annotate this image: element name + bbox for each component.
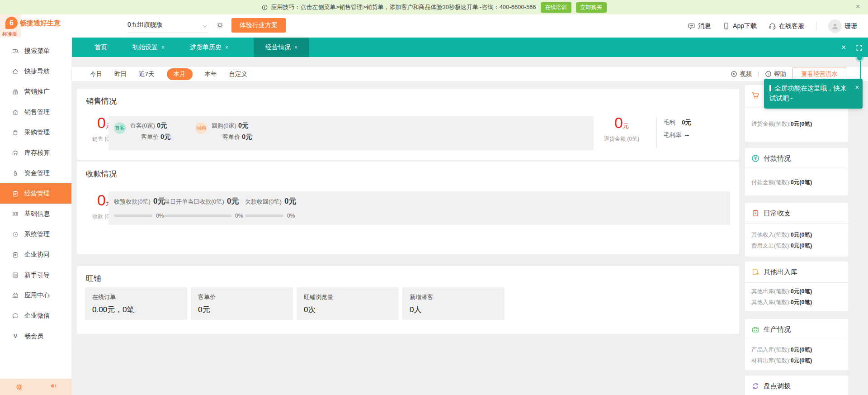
sidebar-item-collaboration[interactable]: 企业协同 — [0, 244, 71, 265]
help-icon: ? — [765, 71, 772, 77]
sidebar-item-quick-nav[interactable]: 快捷导航 — [0, 61, 71, 81]
tooltip-close-icon[interactable]: × — [855, 83, 859, 92]
tab-initial-setup[interactable]: 初始设置× — [132, 38, 165, 57]
app-header: 6 畅捷通好生意 标准版 0五组旗舰版 体验行业方案 消息 App下载 在线客服 — [0, 14, 868, 38]
sidebar-item-member[interactable]: V 畅会员 — [0, 326, 71, 346]
daily-income-expense-panel: ¥ 日常收支 其他收入(笔数):0元(0笔) 费用支出(笔数):0元(0笔) — [745, 203, 848, 257]
shop-pageviews-box: 旺铺浏览量0次 — [297, 287, 399, 320]
collection-card-title: 收款情况 — [86, 169, 117, 179]
filter-today[interactable]: 今日 — [90, 70, 102, 78]
payment-summary-panel: 付款情况 付款金额(笔数):0元(0笔) — [745, 148, 848, 195]
online-support-label: 在线客服 — [779, 22, 804, 30]
sidebar-item-search-menu[interactable]: 搜索菜单 — [0, 41, 71, 61]
search-icon — [12, 48, 19, 55]
headset-icon — [769, 22, 776, 30]
profit-block: 毛利0元 毛利率-- — [664, 119, 691, 139]
svg-text:¥: ¥ — [755, 212, 756, 215]
repurchase-lines: 回购(0家)0元 客单价0元 — [212, 121, 252, 141]
filter-this-year[interactable]: 本年 — [205, 70, 217, 78]
app-download-label: App下载 — [733, 22, 757, 30]
tipbar-close-icon[interactable]: × — [856, 3, 860, 11]
member-v-icon: V — [12, 333, 19, 339]
organization-select-value: 0五组旗舰版 — [127, 21, 163, 28]
guide-beacon-line — [860, 61, 861, 79]
shop-new-leads-box: 新增潜客0人 — [402, 287, 505, 320]
filter-last7days[interactable]: 近7天 — [139, 70, 155, 78]
first-customer-badge: 首客 — [114, 122, 126, 134]
close-all-tabs-icon[interactable]: × — [841, 43, 846, 51]
chevron-down-icon — [202, 22, 208, 29]
shopping-bag-icon — [12, 129, 19, 136]
gift-icon — [12, 88, 19, 95]
sidebar-item-purchase-mgmt[interactable]: 采购管理 — [0, 122, 71, 143]
right-summary-column: 进货金额(笔数):0元(0笔) 付款情况 付款金额(笔数):0元(0笔) ¥ 日… — [745, 85, 848, 395]
toolbar-divider — [758, 71, 759, 77]
messages-menu[interactable]: 消息 — [688, 22, 711, 30]
sidebar-item-beginner-guide[interactable]: 新 新手引导 — [0, 265, 71, 285]
doc-arrow-icon — [751, 268, 760, 276]
collapse-sidebar-icon[interactable] — [48, 382, 57, 391]
tab-close-icon[interactable]: × — [161, 44, 165, 51]
sidebar-item-sales-mgmt[interactable]: ¥ 销售管理 — [0, 102, 71, 122]
sidebar-item-marketing[interactable]: 营销推广 — [0, 81, 71, 102]
svg-text:新: 新 — [14, 273, 17, 276]
clipboard-icon — [12, 190, 19, 197]
filter-yesterday[interactable]: 昨日 — [114, 70, 127, 78]
filter-this-month[interactable]: 本月 — [167, 68, 193, 80]
tab-bar: 首页 初始设置× 进货单历史× 经营情况× × — [72, 38, 868, 57]
yen-circle-icon — [751, 154, 760, 162]
tab-close-icon[interactable]: × — [294, 44, 297, 51]
svg-text:?: ? — [767, 72, 769, 76]
sidebar-item-base-info[interactable]: 基础信息 — [0, 204, 71, 224]
refund-amount-stat: 0元 退货金额 (0笔) — [597, 114, 646, 143]
tab-purchase-history[interactable]: 进货单历史× — [190, 38, 228, 57]
shop-avg-order-box: 客单价0元 — [191, 287, 293, 320]
video-play-icon — [731, 71, 737, 77]
help-link[interactable]: ? 帮助 — [765, 70, 786, 78]
first-customer-group: 首客 — [114, 122, 126, 134]
industry-solution-button[interactable]: 体验行业方案 — [231, 18, 286, 33]
settings-gear-icon[interactable] — [15, 383, 23, 391]
production-panel: 生产情况 产品入库(笔数):0元(0笔) 材料出库(笔数):0元(0笔) — [745, 319, 848, 370]
tab-business-overview[interactable]: 经营情况× — [254, 38, 309, 57]
collection-group-recovered: 欠款收回(0笔)0元 0% — [245, 196, 296, 219]
first-customer-lines: 首客(0家)0元 客单价0元 — [130, 121, 171, 141]
app-logo-icon: 6 — [5, 17, 18, 29]
clipboard-sync-icon — [12, 251, 19, 258]
buy-now-button[interactable]: 立即购买 — [576, 2, 607, 13]
video-link[interactable]: 视频 — [731, 70, 752, 78]
fullscreen-guide-tooltip: 全屏功能在这里哦，快来试试吧~ × — [764, 79, 863, 109]
sidebar-item-system-mgmt[interactable]: 系统管理 — [0, 224, 71, 244]
main-content: 今日 昨日 近7天 本月 本年 自定义 视频 ? 帮助 查看经营流水 — [72, 57, 868, 395]
tooltip-text: 全屏功能在这里哦，快来试试吧~ — [769, 85, 847, 102]
transfer-icon — [751, 382, 760, 390]
tooltip-accent-bar — [769, 85, 771, 91]
user-menu[interactable]: 珊珊 — [828, 19, 857, 33]
tip-text: 应用技巧：点击左侧菜单>销售管理>销货单，添加客户和商品体验30秒极速开单~咨询… — [271, 3, 536, 11]
tab-home[interactable]: 首页 — [94, 38, 107, 57]
org-settings-gear-icon[interactable] — [216, 21, 224, 29]
other-inout-panel: 其他出入库 其他出库(笔数):0元(0笔) 其他入库(笔数):0元(0笔) — [745, 262, 848, 311]
sidebar-item-inventory[interactable]: 库存核算 — [0, 143, 71, 163]
sidebar-item-app-center[interactable]: 应用中心 — [0, 285, 71, 305]
avatar — [828, 19, 842, 33]
username: 珊珊 — [844, 22, 857, 30]
app-download-menu[interactable]: App下载 — [722, 22, 757, 30]
profit-divider — [656, 117, 657, 148]
filter-custom[interactable]: 自定义 — [229, 70, 248, 78]
info-icon — [261, 4, 268, 11]
organization-select[interactable]: 0五组旗舰版 — [127, 21, 208, 33]
fullscreen-icon[interactable] — [856, 43, 863, 51]
online-training-button[interactable]: 在线培训 — [541, 2, 571, 13]
sales-card-title: 销售情况 — [86, 96, 117, 106]
tip-message: 应用技巧：点击左侧菜单>销售管理>销货单，添加客户和商品体验30秒极速开单~咨询… — [261, 3, 536, 11]
messages-label: 消息 — [698, 22, 711, 30]
online-support-menu[interactable]: 在线客服 — [769, 22, 804, 30]
sidebar-item-wechat-work[interactable]: 企业微信 — [0, 305, 71, 326]
sidebar-item-business-mgmt[interactable]: 经营管理 — [0, 183, 71, 204]
sidebar-item-funds[interactable]: ¥ 资金管理 — [0, 163, 71, 183]
clipboard-yen-icon: ¥ — [751, 209, 760, 217]
filter-toolbar: 今日 昨日 近7天 本月 本年 自定义 视频 ? 帮助 查看经营流水 — [72, 67, 868, 81]
message-icon — [688, 22, 695, 30]
tab-close-icon[interactable]: × — [225, 44, 228, 51]
